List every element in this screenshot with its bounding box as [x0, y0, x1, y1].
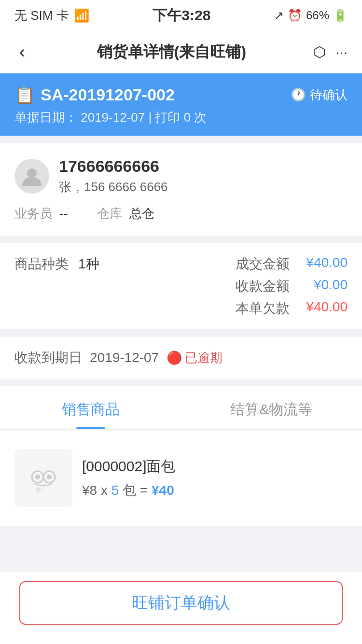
- product-price: ¥8 x 5 包 = ¥40: [82, 481, 348, 500]
- confirm-order-button[interactable]: 旺铺订单确认: [19, 581, 343, 625]
- owed-row: 本单欠款 ¥40.00: [236, 299, 348, 318]
- svg-point-3: [35, 475, 40, 479]
- tab-products-label: 销售商品: [62, 401, 120, 417]
- carrier-text: 无 SIM 卡: [14, 7, 69, 24]
- warehouse-label: 仓库: [97, 206, 122, 221]
- deal-amount-row: 成交金额 ¥40.00: [236, 255, 348, 273]
- svg-point-4: [47, 475, 52, 479]
- wifi-icon: 📶: [74, 8, 89, 23]
- order-date-row: 单据日期： 2019-12-07 | 打印 0 次: [14, 109, 348, 126]
- share-button[interactable]: ⬡: [313, 43, 326, 60]
- warehouse-meta: 仓库 总仓: [97, 205, 154, 222]
- due-date-label: 收款到期日: [14, 349, 82, 367]
- due-date-section: 收款到期日 2019-12-07 🔴 已逾期: [0, 337, 362, 378]
- amount-details: 成交金额 ¥40.00 收款金额 ¥0.00 本单欠款 ¥40.00: [236, 255, 348, 318]
- date-label: 单据日期：: [14, 110, 77, 125]
- customer-name: 张，156 6666 6666: [59, 179, 348, 196]
- customer-phone: 17666666666: [59, 157, 348, 176]
- alarm-icon: ⏰: [288, 9, 302, 22]
- warehouse-value: 总仓: [129, 206, 154, 221]
- tabs-section: 销售商品 结算&物流等 野+ [0000002]面包: [0, 386, 362, 526]
- sales-value: --: [59, 206, 68, 221]
- back-button[interactable]: ‹: [14, 37, 30, 67]
- collected-label: 收款金额: [236, 277, 290, 295]
- svg-point-0: [27, 168, 37, 178]
- unit-price: ¥8: [82, 483, 97, 498]
- nav-bar: ‹ 销货单详情(来自旺铺) ⬡ ···: [0, 31, 362, 73]
- quantity: 5: [111, 483, 119, 498]
- status-text: 待确认: [310, 86, 348, 103]
- bottom-bar: 旺铺订单确认: [0, 572, 362, 644]
- owed-value: ¥40.00: [299, 299, 348, 318]
- nav-actions: ⬡ ···: [313, 43, 348, 60]
- sales-label: 业务员: [14, 206, 52, 221]
- unit: 包: [123, 483, 136, 498]
- order-banner: 📋 SA-20191207-002 🕐 待确认 单据日期： 2019-12-07…: [0, 73, 362, 136]
- order-status: 🕐 待确认: [291, 86, 348, 103]
- product-type-label: 商品种类: [14, 255, 69, 273]
- tab-settlement[interactable]: 结算&物流等: [181, 386, 362, 429]
- overdue-badge: 🔴 已逾期: [167, 350, 223, 366]
- total-price: ¥40: [152, 483, 174, 498]
- customer-info: 17666666666 张，156 6666 6666: [59, 157, 348, 196]
- multiply-sign: x: [101, 483, 111, 498]
- time-display: 下午3:28: [153, 6, 210, 26]
- deal-amount-value: ¥40.00: [299, 255, 348, 273]
- tab-products[interactable]: 销售商品: [0, 386, 181, 429]
- status-right: ↗ ⏰ 66% 🔋: [274, 9, 348, 22]
- amount-section: 商品种类 1种 成交金额 ¥40.00 收款金额 ¥0.00 本单欠款 ¥40.…: [0, 243, 362, 329]
- deal-amount-label: 成交金额: [236, 255, 290, 273]
- status-left: 无 SIM 卡 📶: [14, 7, 89, 24]
- status-clock-icon: 🕐: [291, 87, 306, 102]
- battery-icon: 🔋: [333, 9, 348, 22]
- customer-meta: 业务员 -- 仓库 总仓: [14, 205, 348, 222]
- product-thumbnail: 野+: [14, 449, 72, 507]
- tabs-row: 销售商品 结算&物流等: [0, 386, 362, 430]
- equals-sign: =: [140, 483, 152, 498]
- collected-row: 收款金额 ¥0.00: [236, 277, 348, 295]
- customer-section: 17666666666 张，156 6666 6666 业务员 -- 仓库 总仓: [0, 143, 362, 236]
- product-type: 商品种类 1种: [14, 255, 99, 273]
- product-type-value: 1种: [78, 255, 99, 273]
- more-button[interactable]: ···: [335, 44, 348, 60]
- avatar: [14, 159, 49, 194]
- svg-text:野+: 野+: [36, 487, 44, 492]
- collected-value: ¥0.00: [299, 277, 348, 295]
- due-date-value: 2019-12-07: [90, 350, 159, 365]
- product-info: [0000002]面包 ¥8 x 5 包 = ¥40: [82, 457, 348, 500]
- order-icon: 📋: [14, 85, 35, 104]
- order-id-text: SA-20191207-002: [41, 85, 175, 104]
- tab-settlement-label: 结算&物流等: [230, 401, 312, 417]
- order-date: 2019-12-07: [81, 110, 145, 125]
- overdue-icon: 🔴: [167, 350, 182, 365]
- page-title: 销货单详情(来自旺铺): [97, 42, 246, 63]
- status-bar: 无 SIM 卡 📶 下午3:28 ↗ ⏰ 66% 🔋: [0, 0, 362, 31]
- battery-text: 66%: [306, 9, 329, 22]
- print-info: | 打印 0 次: [148, 110, 207, 125]
- product-name: [0000002]面包: [82, 457, 348, 476]
- product-list: 野+ [0000002]面包 ¥8 x 5 包 = ¥40: [0, 430, 362, 526]
- owed-label: 本单欠款: [236, 299, 290, 318]
- overdue-text: 已逾期: [185, 350, 223, 366]
- sales-meta: 业务员 --: [14, 205, 68, 222]
- table-row: 野+ [0000002]面包 ¥8 x 5 包 = ¥40: [14, 439, 348, 517]
- location-icon: ↗: [274, 9, 284, 22]
- order-id: 📋 SA-20191207-002: [14, 85, 175, 104]
